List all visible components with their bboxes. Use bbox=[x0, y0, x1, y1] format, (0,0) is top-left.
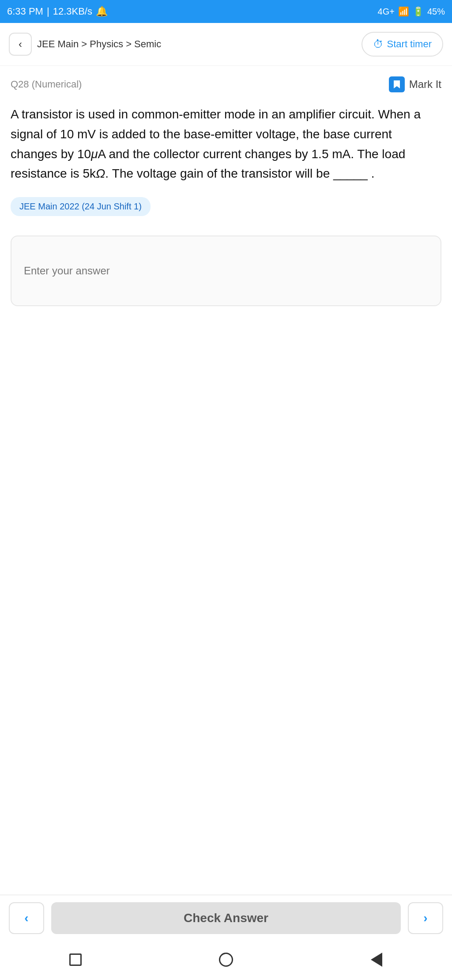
back-system-button[interactable] bbox=[367, 950, 386, 969]
question-label: Q28 (Numerical) bbox=[11, 79, 82, 90]
circle-icon bbox=[219, 953, 233, 967]
recent-apps-button[interactable] bbox=[66, 950, 85, 969]
status-left: 6:33 PM | 12.3KB/s 🔔 bbox=[7, 6, 108, 17]
answer-box bbox=[11, 236, 441, 306]
separator: | bbox=[47, 6, 49, 17]
system-nav-bar bbox=[0, 941, 452, 980]
question-tag: JEE Main 2022 (24 Jun Shift 1) bbox=[11, 197, 151, 216]
check-answer-button[interactable]: Check Answer bbox=[51, 902, 401, 934]
nav-left: ‹ JEE Main > Physics > Semic bbox=[9, 33, 161, 56]
prev-button[interactable]: ‹ bbox=[9, 902, 44, 934]
mark-it-button[interactable]: Mark It bbox=[389, 76, 441, 92]
status-right: 4G+ 📶 🔋 45% bbox=[378, 6, 445, 17]
prev-icon: ‹ bbox=[24, 911, 28, 925]
back-button[interactable]: ‹ bbox=[9, 33, 32, 56]
back-icon: ‹ bbox=[19, 38, 22, 50]
question-body: A transistor is used in common-emitter m… bbox=[0, 98, 452, 193]
spacer bbox=[0, 317, 452, 895]
home-button[interactable] bbox=[216, 950, 236, 969]
time: 6:33 PM bbox=[7, 6, 43, 17]
breadcrumb: JEE Main > Physics > Semic bbox=[37, 38, 161, 50]
question-header: Q28 (Numerical) Mark It bbox=[0, 66, 452, 98]
next-button[interactable]: › bbox=[408, 902, 443, 934]
network-type: 4G+ bbox=[378, 7, 395, 17]
triangle-icon bbox=[371, 953, 382, 967]
timer-icon: ⏱ bbox=[373, 38, 384, 50]
battery-icon: 🔋 bbox=[413, 6, 424, 17]
network-speed: 12.3KB/s bbox=[53, 6, 92, 17]
battery-level: 45% bbox=[427, 7, 445, 17]
start-timer-label: Start timer bbox=[387, 38, 432, 50]
status-bar: 6:33 PM | 12.3KB/s 🔔 4G+ 📶 🔋 45% bbox=[0, 0, 452, 23]
nav-bar: ‹ JEE Main > Physics > Semic ⏱ Start tim… bbox=[0, 23, 452, 66]
next-icon: › bbox=[423, 911, 427, 925]
headphone-icon: 🔔 bbox=[96, 6, 108, 17]
check-answer-label: Check Answer bbox=[184, 911, 268, 925]
bookmark-icon bbox=[389, 76, 405, 92]
start-timer-button[interactable]: ⏱ Start timer bbox=[362, 32, 443, 57]
tag-container: JEE Main 2022 (24 Jun Shift 1) bbox=[0, 193, 452, 227]
square-icon bbox=[69, 953, 82, 966]
answer-input[interactable] bbox=[24, 265, 428, 277]
question-text: A transistor is used in common-emitter m… bbox=[11, 105, 441, 184]
answer-section bbox=[0, 227, 452, 317]
mark-it-label: Mark It bbox=[409, 78, 441, 91]
signal-icon: 📶 bbox=[398, 6, 409, 17]
bottom-nav: ‹ Check Answer › bbox=[0, 895, 452, 941]
